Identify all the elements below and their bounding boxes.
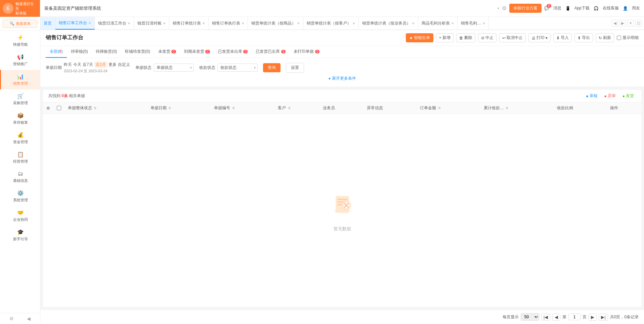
delete-button[interactable]: 🗑 删除 (456, 33, 475, 42)
filter-tab-shop-pending[interactable]: 旺铺待发货(0) (121, 46, 154, 58)
tab-close-sales-by-customer[interactable]: ✕ (352, 22, 355, 25)
tabs-fullscreen-button[interactable]: ⊡ (635, 20, 642, 27)
show-detail-label[interactable]: 显示明细 (617, 35, 639, 41)
date-btn-yesterday[interactable]: 昨天 (64, 62, 72, 68)
tab-reconcile[interactable]: 钱货日清对账 ✕ (134, 17, 169, 30)
per-page-select[interactable]: 20 50 100 200 (521, 313, 539, 321)
filter-tab-all[interactable]: 全部(0) (46, 46, 67, 58)
sort-amount-icon[interactable]: ⇅ (438, 106, 441, 110)
sort-date-icon[interactable]: ⇅ (168, 106, 171, 110)
industry-plan-button[interactable]: 体验行业方案 (509, 4, 542, 13)
sidebar-item-finance[interactable]: 💰 资金管理 (0, 128, 40, 148)
tab-close-sales-exec[interactable]: ✕ (242, 22, 244, 25)
user-label[interactable]: 用友 (632, 5, 640, 11)
date-btn-custom[interactable]: 自定义 (118, 62, 130, 68)
date-btn-more[interactable]: 更多 (109, 62, 117, 68)
tab-close-sales-by-salesperson[interactable]: ✕ (412, 22, 415, 25)
date-btn-1month[interactable]: 近1月 (94, 62, 108, 68)
tab-sales-margin[interactable]: 销售毛利… ✕ (458, 17, 489, 30)
export-button[interactable]: ⬆ 导出 (574, 33, 593, 42)
sidebar-logo: 6 畅捷通好生意 标准版 (0, 0, 40, 17)
tab-sales-by-product[interactable]: 销货单统计表（按商品） ✕ (248, 17, 303, 30)
page-input[interactable] (568, 314, 581, 320)
sidebar-item-quick-nav[interactable]: ⚡ 快捷导航 (0, 31, 40, 50)
sidebar-item-purchase[interactable]: 🛒 采购管理 (0, 89, 40, 109)
show-detail-checkbox[interactable] (617, 36, 621, 40)
tab-close-sales-by-product[interactable]: ✕ (297, 22, 300, 25)
date-btn-today[interactable]: 今天 (73, 62, 81, 68)
refresh-button[interactable]: ↻ 刷新 (596, 33, 614, 42)
sidebar-item-inventory[interactable]: 📦 库存核算 (0, 109, 40, 128)
system-dropdown-arrow[interactable]: ▾ (498, 6, 499, 10)
query-button[interactable]: 查询 (263, 63, 281, 72)
tabs-next-button[interactable]: ▶ (619, 20, 626, 27)
review-button[interactable]: ● 审核 (584, 92, 599, 99)
expand-more-button[interactable]: ▾ 展开更多条件 (46, 74, 639, 83)
tab-sales-by-customer[interactable]: 销货单统计表（按客户） ✕ (303, 17, 359, 30)
search-menu-button[interactable]: 🔍 搜索菜单 (3, 19, 37, 28)
filter-tab-pending-inspect[interactable]: 待择验货(0) (92, 46, 121, 58)
settings-icon[interactable]: ⚙ (502, 5, 507, 11)
stop-button[interactable]: ⊘ 中止 (478, 33, 497, 42)
select-all-checkbox[interactable] (57, 106, 61, 110)
collapse-button[interactable]: ◀ (27, 316, 31, 321)
sort-customer-icon[interactable]: ⇅ (288, 106, 291, 110)
filter-tab-shipped-not-out[interactable]: 已发货未出库 0 (214, 46, 252, 58)
status-select[interactable]: 单据状态 (154, 64, 194, 72)
system-title: 装备及固定资产辅助管理系统 (44, 5, 495, 11)
col-settings: ⚙ (43, 103, 53, 114)
ship-button[interactable]: ● 发货 (620, 92, 636, 99)
sidebar-item-base-info[interactable]: 🗂 基础信息 (0, 167, 40, 187)
tabs-prev-button[interactable]: ◀ (612, 20, 618, 27)
search-row: 单据日期 昨天 今天 近7天 近1月 更多 自定义 2023-02-24 至 2… (46, 62, 639, 74)
tab-close-cash-daily[interactable]: ✕ (128, 22, 130, 25)
setting-button[interactable]: 设置 (286, 63, 304, 73)
sidebar-item-enterprise[interactable]: 🤝 企业协同 (0, 206, 40, 226)
filter-tab-overdue-unshipped[interactable]: 到期未发货 0 (180, 46, 214, 58)
print-button[interactable]: 🖨 打印 ▾ (528, 33, 551, 42)
tab-sales-by-salesperson[interactable]: 销货单统计表（按业务员） ✕ (359, 17, 418, 30)
settings-button[interactable]: ⚙ (9, 316, 14, 321)
sidebar-item-system[interactable]: ⚙️ 系统管理 (0, 187, 40, 206)
tab-sales-exec[interactable]: 销售订单执行表 ✕ (209, 17, 248, 30)
sidebar-item-guide[interactable]: 🎓 新手引导 (0, 226, 40, 245)
tab-margin-analysis[interactable]: 商品毛利分析表 ✕ (418, 17, 458, 30)
svg-rect-2 (337, 199, 347, 200)
online-service-label[interactable]: 在线客服 (603, 5, 619, 11)
tab-close-sales-stats[interactable]: ✕ (202, 22, 205, 25)
pagination-prev-button[interactable]: ◀ (552, 314, 560, 321)
sort-cumulative-icon[interactable]: ⇅ (506, 106, 508, 110)
tab-home[interactable]: 首页 (40, 17, 55, 30)
sidebar-item-marketing[interactable]: 📢 营销推广 (0, 50, 40, 70)
tab-close-sales-workbench[interactable]: ✕ (88, 21, 91, 25)
sidebar-item-sales[interactable]: 📊 销售管理 (0, 70, 40, 89)
smart-create-button[interactable]: ★ 智能生单 (406, 33, 433, 42)
filter-tab-shipped-out[interactable]: 已发货已出库 0 (252, 46, 290, 58)
filter-tab-unshipped[interactable]: 未发货 0 (154, 46, 180, 58)
filter-tab-unprinted[interactable]: 未打印单据 0 (290, 46, 324, 58)
tab-close-sales-margin[interactable]: ✕ (482, 22, 485, 25)
import-button[interactable]: ⬇ 导入 (553, 33, 572, 42)
pagination-last-button[interactable]: ▶| (599, 314, 608, 321)
sidebar-item-operations[interactable]: 📋 经营管理 (0, 148, 40, 167)
tab-close-margin-analysis[interactable]: ✕ (451, 22, 454, 25)
cancel-review-button[interactable]: ● 弃审 (602, 92, 618, 99)
tab-cash-daily[interactable]: 钱货日清工作台 ✕ (95, 17, 134, 30)
tab-sales-stats[interactable]: 销售订单统计表 ✕ (169, 17, 209, 30)
tabs-close-all-button[interactable]: ✕ (627, 20, 634, 27)
date-btn-7days[interactable]: 近7天 (83, 62, 93, 68)
pagination-first-button[interactable]: |◀ (541, 314, 550, 321)
cancel-stop-button[interactable]: ↩ 取消中止 (499, 33, 526, 42)
pagination-next-button[interactable]: ▶ (589, 314, 597, 321)
filter-tab-pending-review[interactable]: 待审核(0) (67, 46, 92, 58)
sort-status-icon[interactable]: ⇅ (94, 106, 96, 110)
message-badge[interactable]: 💬 6 (544, 6, 549, 11)
count-overdue-unshipped: 0 (205, 50, 210, 53)
tab-sales-workbench[interactable]: 销售订单工作台 ✕ (55, 17, 95, 30)
sort-number-icon[interactable]: ⇅ (232, 106, 235, 110)
col-settings-icon[interactable]: ⚙ (46, 106, 50, 111)
app-download-label[interactable]: App下载 (574, 5, 590, 11)
payment-select[interactable]: 收款状态 (217, 64, 258, 72)
tab-close-reconcile[interactable]: ✕ (163, 22, 166, 25)
add-button[interactable]: + 新增 (436, 33, 454, 42)
